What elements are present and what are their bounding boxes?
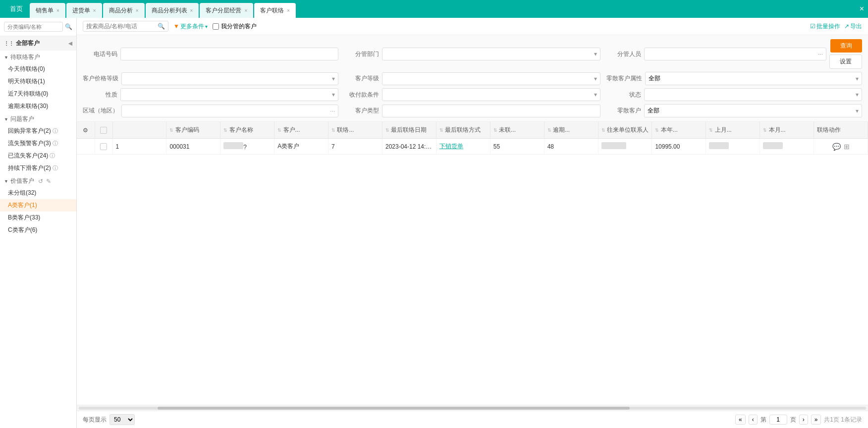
sidebar-search-icon[interactable]: 🔍 bbox=[65, 23, 72, 30]
price-level-select[interactable]: ▾ bbox=[121, 72, 338, 85]
qr-action-icon[interactable]: ⊞ bbox=[844, 143, 850, 151]
customer-level-select[interactable]: ▾ bbox=[382, 72, 600, 85]
col-level[interactable]: ⇅ 客户... bbox=[274, 122, 328, 139]
region-input[interactable]: ··· bbox=[121, 105, 338, 117]
chevron-dept: ▾ bbox=[594, 51, 597, 57]
nav-tab-customer-contact[interactable]: 客户联络 × bbox=[254, 3, 296, 18]
setting-button[interactable]: 设置 bbox=[829, 54, 862, 69]
nav-tab-purchase[interactable]: 进货单 × bbox=[66, 3, 102, 18]
col-last-month[interactable]: ⇅ 上月... bbox=[706, 122, 760, 139]
sidebar-item-tomorrow[interactable]: 明天待联络(1) bbox=[0, 75, 76, 88]
col-code[interactable]: ⇅ 客户编码 bbox=[166, 122, 220, 139]
col-contact[interactable]: ⇅ 联络... bbox=[328, 122, 382, 139]
sidebar-item-churned[interactable]: 已流失客户(24) ⓘ bbox=[0, 150, 76, 162]
filter-customer-type: 客户类型 bbox=[344, 104, 600, 117]
col-checkbox-header[interactable] bbox=[95, 122, 112, 139]
filter-phone: 电话号码 bbox=[83, 39, 338, 69]
retail-customer-select[interactable]: 全部 ▾ bbox=[644, 104, 862, 117]
sidebar-item-repurchase-abnormal[interactable]: 回购异常客户(2) ⓘ bbox=[0, 125, 76, 137]
filter-more-btn[interactable]: ▼ 更多条件 ▾ bbox=[173, 22, 208, 31]
advanced-filter: 电话号码 分管部门 ▾ 分管人员 ··· 查询 设置 bbox=[77, 35, 868, 122]
col-action: 联络动作 bbox=[814, 122, 868, 139]
customer-table: ⚙ ⇅ 客户编码 ⇅ 客户名称 ⇅ 客户... ⇅ 联 bbox=[77, 122, 868, 155]
page-number-input[interactable] bbox=[769, 415, 787, 425]
status-select[interactable]: ▾ bbox=[644, 88, 862, 101]
sidebar-item-class-a[interactable]: A类客户(1) bbox=[0, 199, 76, 212]
sidebar-item-declining[interactable]: 持续下滑客户(2) ⓘ bbox=[0, 162, 76, 174]
last-method-link[interactable]: 下销货单 bbox=[439, 143, 463, 150]
my-customers-check[interactable] bbox=[213, 23, 219, 30]
sidebar-item-unclassified[interactable]: 未分组(32) bbox=[0, 187, 76, 199]
cell-checkbox[interactable] bbox=[95, 139, 112, 155]
sidebar-item-overdue[interactable]: 逾期未联络(30) bbox=[0, 100, 76, 112]
chevron-down-icon: ▾ bbox=[205, 24, 208, 29]
sidebar-item-7days[interactable]: 近7天待联络(0) bbox=[0, 88, 76, 100]
export-btn[interactable]: ↗ 导出 bbox=[844, 22, 862, 31]
page-size-select[interactable]: 50 10 20 100 bbox=[109, 414, 135, 425]
sidebar-collapse-btn[interactable]: ◀ bbox=[68, 41, 72, 46]
col-no-contact[interactable]: ⇅ 未联... bbox=[490, 122, 544, 139]
nav-tab-sales[interactable]: 销售单 × bbox=[30, 3, 65, 18]
nav-tab-analysis[interactable]: 商品分析 × bbox=[103, 3, 145, 18]
horizontal-scrollbar[interactable] bbox=[77, 405, 868, 411]
person-input[interactable]: ··· bbox=[644, 48, 826, 60]
col-last-date[interactable]: ⇅ 最后联络日期 bbox=[382, 122, 436, 139]
row-actions: 💬 ⊞ bbox=[817, 143, 865, 151]
page-size-area: 每页显示 50 10 20 100 bbox=[83, 414, 135, 425]
col-unit-contact[interactable]: ⇅ 往来单位联系人 bbox=[598, 122, 652, 139]
scroll-track[interactable] bbox=[79, 407, 866, 410]
col-name[interactable]: ⇅ 客户名称 bbox=[220, 122, 274, 139]
sort-icon10: ⇅ bbox=[655, 128, 659, 133]
filter-search-input[interactable] bbox=[86, 23, 156, 30]
close-segment-tab[interactable]: × bbox=[244, 8, 247, 13]
main-layout: 🔍 ⋮⋮ 全部客户 ◀ ▼ 待联络客户 今天待联络(0) 明天待联络(1) 近7… bbox=[0, 18, 868, 428]
prev-page-btn[interactable]: ‹ bbox=[749, 415, 758, 425]
retail-attr-select[interactable]: 全部 ▾ bbox=[645, 72, 862, 85]
dept-select[interactable]: ▾ bbox=[382, 48, 600, 60]
sidebar-search-input[interactable] bbox=[4, 22, 63, 32]
col-last-method[interactable]: ⇅ 最后联络方式 bbox=[436, 122, 490, 139]
customer-type-input[interactable] bbox=[382, 105, 600, 117]
payment-select[interactable]: ▾ bbox=[382, 88, 600, 101]
sidebar-section-value[interactable]: ▼ 价值客户 ↺ ✎ bbox=[0, 174, 76, 187]
first-page-btn[interactable]: « bbox=[735, 415, 746, 425]
col-this-year[interactable]: ⇅ 本年... bbox=[652, 122, 706, 139]
my-customers-checkbox[interactable]: 我分管的客户 bbox=[213, 22, 257, 31]
batch-op-btn[interactable]: ☑ 批量操作 bbox=[810, 22, 840, 31]
filter-search-icon[interactable]: 🔍 bbox=[158, 23, 165, 30]
last-page-btn[interactable]: » bbox=[811, 415, 821, 425]
next-page-btn[interactable]: › bbox=[799, 415, 808, 425]
filter-retail-customer: 零散客户 全部 ▾ bbox=[606, 104, 862, 117]
close-window-btn[interactable]: × bbox=[860, 4, 864, 13]
col-this-month[interactable]: ⇅ 本月... bbox=[760, 122, 814, 139]
col-overdue[interactable]: ⇅ 逾期... bbox=[544, 122, 598, 139]
dots-person: ··· bbox=[818, 51, 823, 57]
col-settings[interactable]: ⚙ bbox=[77, 122, 95, 139]
query-button[interactable]: 查询 bbox=[830, 39, 862, 53]
info-icon2: ⓘ bbox=[53, 140, 58, 147]
dots-region: ··· bbox=[330, 107, 335, 114]
customer-level-label: 客户等级 bbox=[344, 74, 379, 83]
close-purchase-tab[interactable]: × bbox=[93, 8, 96, 13]
close-sales-tab[interactable]: × bbox=[56, 8, 59, 13]
sidebar-item-class-b[interactable]: B类客户(33) bbox=[0, 212, 76, 224]
scroll-thumb[interactable] bbox=[158, 407, 630, 410]
close-analysis-tab[interactable]: × bbox=[136, 8, 139, 13]
nature-select[interactable]: ▾ bbox=[120, 88, 338, 101]
edit-icon[interactable]: ✎ bbox=[46, 178, 51, 185]
sidebar-item-class-c[interactable]: C类客户(6) bbox=[0, 224, 76, 236]
phone-input[interactable] bbox=[120, 48, 338, 60]
sidebar-section-pending[interactable]: ▼ 待联络客户 bbox=[0, 51, 76, 63]
nav-tab-analysis-list[interactable]: 商品分析列表 × bbox=[146, 3, 199, 18]
nav-home[interactable]: 首页 bbox=[4, 0, 29, 18]
sidebar-item-churn-warning[interactable]: 流失预警客户(3) ⓘ bbox=[0, 137, 76, 150]
close-contact-tab[interactable]: × bbox=[287, 8, 290, 13]
sidebar-all-customers[interactable]: ⋮⋮ 全部客户 ◀ bbox=[0, 36, 76, 51]
sidebar-section-problem[interactable]: ▼ 问题客户 bbox=[0, 112, 76, 125]
sidebar-item-today[interactable]: 今天待联络(0) bbox=[0, 63, 76, 75]
refresh-icon[interactable]: ↺ bbox=[38, 178, 43, 185]
message-action-icon[interactable]: 💬 bbox=[832, 143, 841, 151]
nav-tab-customer-segment[interactable]: 客户分层经营 × bbox=[200, 3, 253, 18]
close-analysis-list-tab[interactable]: × bbox=[190, 8, 193, 13]
price-level-label: 客户价格等级 bbox=[83, 74, 118, 83]
